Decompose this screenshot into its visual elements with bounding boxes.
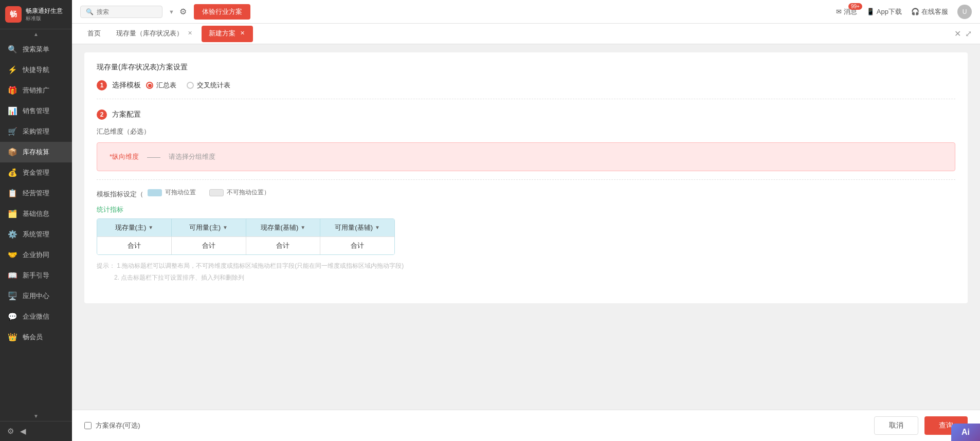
step1-divider [97,99,955,99]
wechat-icon: 💬 [7,311,17,322]
close-panel-icon[interactable]: ✕ [954,29,961,39]
radio-summary[interactable]: 汇总表 [146,81,176,90]
header-label-3: 现存量(基辅) [261,223,299,232]
sidebar-item-label: 营销推广 [23,86,49,95]
cancel-button[interactable]: 取消 [874,416,918,435]
table-header-cell-3[interactable]: 现存量(基辅) ▼ [246,219,321,236]
sidebar-item-operation[interactable]: 📋 经营管理 [0,183,72,204]
table-header-cell-2[interactable]: 可用量(主) ▼ [172,219,246,236]
stats-label: 统计指标 [97,205,955,214]
step2-title: 方案配置 [112,110,141,119]
sidebar-item-label: 快捷导航 [23,65,49,75]
ai-badge[interactable]: Ai [951,424,980,441]
sidebar-item-inventory[interactable]: 📦 库存核算 [0,142,72,162]
sidebar-item-label: 搜索菜单 [23,45,49,54]
radio-summary-label: 汇总表 [156,81,176,90]
table-header-cell-4[interactable]: 可用量(基辅) ▼ [320,219,394,236]
sidebar-item-purchase[interactable]: 🛒 采购管理 [0,121,72,142]
header-label-2: 可用量(主) [189,223,221,232]
pink-error-box: *纵向维度 —— 请选择分组维度 [97,142,955,171]
indicator-settings: 模板指标设定（ 可拖动位置 不可拖动位置） [97,188,955,199]
system-icon: ⚙️ [7,229,17,240]
stats-table: 现存量(主) ▼ 可用量(主) ▼ 现存量(基辅) ▼ [97,218,395,255]
header-chevron-4: ▼ [375,225,380,230]
user-avatar[interactable]: U [957,5,972,19]
page-title: 现存量(库存状况表)方案设置 [97,63,955,72]
logo-icon: 畅 [5,6,22,23]
sidebar-item-basic-info[interactable]: 🗂️ 基础信息 [0,204,72,224]
quick-nav-icon: ⚡ [7,65,17,75]
member-icon: 👑 [7,332,17,342]
settings-icon[interactable]: ⚙ [7,427,14,436]
sidebar-item-newbie[interactable]: 📖 新手引导 [0,265,72,286]
app-center-icon: 🖥️ [7,291,17,301]
sidebar-item-app-center[interactable]: 🖥️ 应用中心 [0,286,72,306]
sidebar-scroll-down[interactable]: ▼ [0,411,72,421]
search-input[interactable] [97,8,157,15]
table-cell-1: 合计 [97,236,172,254]
sidebar-item-system[interactable]: ⚙️ 系统管理 [0,224,72,245]
tip-1: 提示： 1.拖动标题栏可以调整布局，不可跨维度或指标区域拖动栏目字段(只能在同一… [97,261,955,271]
message-icon: ✉ [836,8,842,15]
expand-icon[interactable]: ⤢ [965,29,972,39]
sidebar-item-search-menu[interactable]: 🔍 搜索菜单 [0,39,72,60]
tab-new-close[interactable]: ✕ [239,30,246,37]
save-checkbox[interactable] [84,422,92,429]
sidebar-scroll-up[interactable]: ▲ [0,29,72,39]
main-panel: 现存量(库存状况表)方案设置 1 选择模板 汇总表 交叉统计表 [84,52,968,303]
tab-right-icons: ✕ ⤢ [954,29,972,39]
sidebar-item-label: 采购管理 [23,127,49,136]
collapse-icon[interactable]: ◀ [20,427,26,436]
sidebar-item-member[interactable]: 👑 畅会员 [0,327,72,347]
table-row: 合计 合计 合计 合计 [97,236,394,254]
table-cell-4: 合计 [320,236,394,254]
content-area: 现存量(库存状况表)方案设置 1 选择模板 汇总表 交叉统计表 [72,44,980,410]
vertical-placeholder[interactable]: 请选择分组维度 [169,152,215,161]
sidebar-item-wechat[interactable]: 💬 企业微信 [0,306,72,327]
search-dropdown-icon[interactable]: ▼ [169,9,174,15]
finance-icon: 💰 [7,168,17,178]
inventory-icon: 📦 [7,147,17,157]
radio-cross-circle [187,82,194,89]
online-service-item[interactable]: 🎧 在线客服 [911,7,948,16]
non-draggable-legend-label: 不可拖动位置） [227,188,270,197]
radio-cross[interactable]: 交叉统计表 [187,81,230,90]
sidebar-item-finance[interactable]: 💰 资金管理 [0,162,72,183]
purchase-icon: 🛒 [7,126,17,137]
trial-button[interactable]: 体验行业方案 [194,4,250,20]
table-header-cell-1[interactable]: 现存量(主) ▼ [97,219,172,236]
tab-new-scheme[interactable]: 新建方案 ✕ [202,26,253,42]
tab-inventory-close[interactable]: ✕ [186,30,193,37]
app-download-item[interactable]: 📱 App下载 [866,7,902,16]
save-label: 方案保存(可选) [96,421,140,430]
topbar-gear-icon[interactable]: ⚙ [179,7,187,16]
draggable-legend: 可拖动位置 [148,188,196,197]
sidebar-item-label: 应用中心 [23,291,49,301]
sidebar-item-cooperation[interactable]: 🤝 企业协同 [0,245,72,265]
search-menu-icon: 🔍 [7,44,17,54]
sidebar-item-sales[interactable]: 📊 销售管理 [0,101,72,121]
radio-cross-label: 交叉统计表 [197,81,230,90]
topbar-search[interactable]: 🔍 [80,6,162,18]
messages-item[interactable]: ✉ 消息 99+ [836,7,857,16]
mobile-icon: 📱 [866,8,875,15]
step2-header: 2 方案配置 [97,109,955,120]
table-cell-3: 合计 [246,236,321,254]
stats-table-header: 现存量(主) ▼ 可用量(主) ▼ 现存量(基辅) ▼ [97,219,394,236]
step1-section: 1 选择模板 汇总表 交叉统计表 [97,80,955,99]
sidebar-item-marketing[interactable]: 🎁 营销推广 [0,80,72,101]
step2-divider [97,179,955,180]
header-chevron-1: ▼ [148,225,153,230]
save-option: 方案保存(可选) [84,421,140,430]
sidebar-item-quick-nav[interactable]: ⚡ 快捷导航 [0,60,72,80]
search-icon: 🔍 [86,8,94,15]
tab-home[interactable]: 首页 [80,25,108,43]
main-area: 🔍 ▼ ⚙ 体验行业方案 ✉ 消息 99+ 📱 App下载 🎧 在线客服 U [72,0,980,441]
operation-icon: 📋 [7,188,17,198]
topbar: 🔍 ▼ ⚙ 体验行业方案 ✉ 消息 99+ 📱 App下载 🎧 在线客服 U [72,0,980,24]
non-draggable-legend: 不可拖动位置） [209,188,270,197]
table-cell-2: 合计 [172,236,246,254]
tab-inventory[interactable]: 现存量（库存状况表） ✕ [109,25,201,43]
basic-info-icon: 🗂️ [7,209,17,219]
step1-title: 选择模板 [112,81,141,90]
